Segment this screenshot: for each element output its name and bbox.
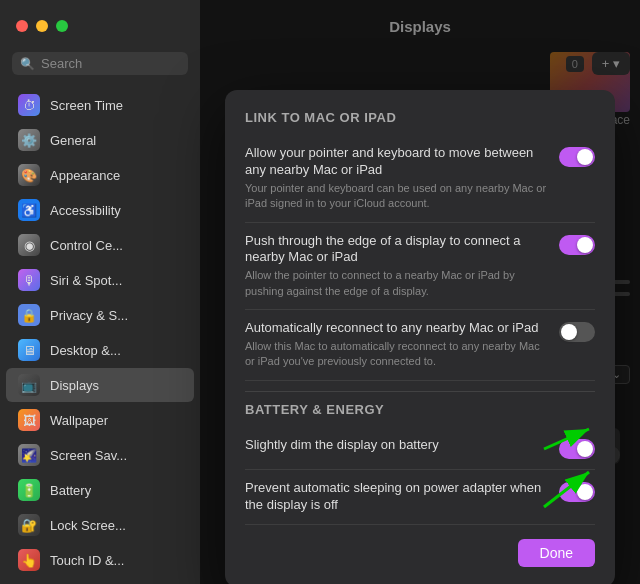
close-button[interactable] bbox=[16, 20, 28, 32]
lockscreen-label: Lock Scree... bbox=[50, 518, 126, 533]
siri-icon: 🎙 bbox=[18, 269, 40, 291]
touchid-icon: 👆 bbox=[18, 549, 40, 571]
sidebar-item-touchid[interactable]: 👆Touch ID &... bbox=[6, 543, 194, 577]
universal-control-toggle[interactable] bbox=[559, 147, 595, 167]
accessibility-label: Accessibility bbox=[50, 203, 121, 218]
settings-modal: Link to Mac or iPad Allow your pointer a… bbox=[225, 90, 615, 584]
minimize-button[interactable] bbox=[36, 20, 48, 32]
screensaver-label: Screen Sav... bbox=[50, 448, 127, 463]
toggle-knob bbox=[577, 441, 593, 457]
touchid-label: Touch ID &... bbox=[50, 553, 124, 568]
accessibility-icon: ♿ bbox=[18, 199, 40, 221]
wallpaper-icon: 🖼 bbox=[18, 409, 40, 431]
displays-label: Displays bbox=[50, 378, 99, 393]
sidebar-item-general[interactable]: ⚙️General bbox=[6, 123, 194, 157]
push-through-label: Push through the edge of a display to co… bbox=[245, 233, 547, 267]
dim-on-battery-label: Slightly dim the display on battery bbox=[245, 437, 547, 454]
sidebar-item-desktop[interactable]: 🖥Desktop &... bbox=[6, 333, 194, 367]
battery-label: Battery bbox=[50, 483, 91, 498]
screensaver-icon: 🌠 bbox=[18, 444, 40, 466]
dim-on-battery-toggle[interactable] bbox=[559, 439, 595, 459]
section2-title: Battery & Energy bbox=[245, 402, 595, 417]
prevent-sleep-toggle[interactable] bbox=[559, 482, 595, 502]
prevent-sleep-label: Prevent automatic sleeping on power adap… bbox=[245, 480, 547, 514]
sidebar-item-appearance[interactable]: 🎨Appearance bbox=[6, 158, 194, 192]
section1-title: Link to Mac or iPad bbox=[245, 110, 595, 125]
toggle-knob bbox=[577, 484, 593, 500]
universal-control-label: Allow your pointer and keyboard to move … bbox=[245, 145, 547, 179]
sidebar-item-screensaver[interactable]: 🌠Screen Sav... bbox=[6, 438, 194, 472]
sidebar-item-battery[interactable]: 🔋Battery bbox=[6, 473, 194, 507]
sidebar-item-screentime[interactable]: ⏱Screen Time bbox=[6, 88, 194, 122]
toggle-knob bbox=[577, 149, 593, 165]
main-content: Displays 0 + ▾ More Space Colour LCD ⌄ i… bbox=[200, 0, 640, 584]
titlebar bbox=[0, 0, 200, 52]
prevent-sleep-row: Prevent automatic sleeping on power adap… bbox=[245, 470, 595, 525]
push-through-row: Push through the edge of a display to co… bbox=[245, 223, 595, 311]
toggle-knob bbox=[577, 237, 593, 253]
sidebar-item-accessibility[interactable]: ♿Accessibility bbox=[6, 193, 194, 227]
general-label: General bbox=[50, 133, 96, 148]
sidebar: 🔍 ⏱Screen Time⚙️General🎨Appearance♿Acces… bbox=[0, 0, 200, 584]
auto-reconnect-toggle[interactable] bbox=[559, 322, 595, 342]
sidebar-item-privacy[interactable]: 🔒Privacy & S... bbox=[6, 298, 194, 332]
search-input[interactable] bbox=[41, 56, 180, 71]
universal-control-desc: Your pointer and keyboard can be used on… bbox=[245, 181, 547, 212]
sidebar-item-users[interactable]: 👥Users & Gr... bbox=[6, 578, 194, 584]
controlcenter-icon: ◉ bbox=[18, 234, 40, 256]
sidebar-item-wallpaper[interactable]: 🖼Wallpaper bbox=[6, 403, 194, 437]
sidebar-item-siri[interactable]: 🎙Siri & Spot... bbox=[6, 263, 194, 297]
universal-control-row: Allow your pointer and keyboard to move … bbox=[245, 135, 595, 223]
general-icon: ⚙️ bbox=[18, 129, 40, 151]
privacy-icon: 🔒 bbox=[18, 304, 40, 326]
battery-icon: 🔋 bbox=[18, 479, 40, 501]
push-through-toggle[interactable] bbox=[559, 235, 595, 255]
desktop-label: Desktop &... bbox=[50, 343, 121, 358]
siri-label: Siri & Spot... bbox=[50, 273, 122, 288]
push-through-desc: Allow the pointer to connect to a nearby… bbox=[245, 268, 547, 299]
auto-reconnect-row: Automatically reconnect to any nearby Ma… bbox=[245, 310, 595, 381]
done-button[interactable]: Done bbox=[518, 539, 595, 567]
privacy-label: Privacy & S... bbox=[50, 308, 128, 323]
sidebar-item-displays[interactable]: 📺Displays bbox=[6, 368, 194, 402]
appearance-label: Appearance bbox=[50, 168, 120, 183]
toggle-knob bbox=[561, 324, 577, 340]
screentime-icon: ⏱ bbox=[18, 94, 40, 116]
maximize-button[interactable] bbox=[56, 20, 68, 32]
desktop-icon: 🖥 bbox=[18, 339, 40, 361]
wallpaper-label: Wallpaper bbox=[50, 413, 108, 428]
appearance-icon: 🎨 bbox=[18, 164, 40, 186]
section-divider bbox=[245, 391, 595, 392]
dim-on-battery-row: Slightly dim the display on battery bbox=[245, 427, 595, 470]
lockscreen-icon: 🔐 bbox=[18, 514, 40, 536]
auto-reconnect-desc: Allow this Mac to automatically reconnec… bbox=[245, 339, 547, 370]
auto-reconnect-label: Automatically reconnect to any nearby Ma… bbox=[245, 320, 547, 337]
controlcenter-label: Control Ce... bbox=[50, 238, 123, 253]
search-icon: 🔍 bbox=[20, 57, 35, 71]
search-bar[interactable]: 🔍 bbox=[12, 52, 188, 75]
sidebar-item-lockscreen[interactable]: 🔐Lock Scree... bbox=[6, 508, 194, 542]
displays-icon: 📺 bbox=[18, 374, 40, 396]
modal-backdrop: Link to Mac or iPad Allow your pointer a… bbox=[200, 0, 640, 584]
sidebar-item-controlcenter[interactable]: ◉Control Ce... bbox=[6, 228, 194, 262]
sidebar-list: ⏱Screen Time⚙️General🎨Appearance♿Accessi… bbox=[0, 87, 200, 584]
screentime-label: Screen Time bbox=[50, 98, 123, 113]
modal-footer: Done bbox=[245, 539, 595, 567]
